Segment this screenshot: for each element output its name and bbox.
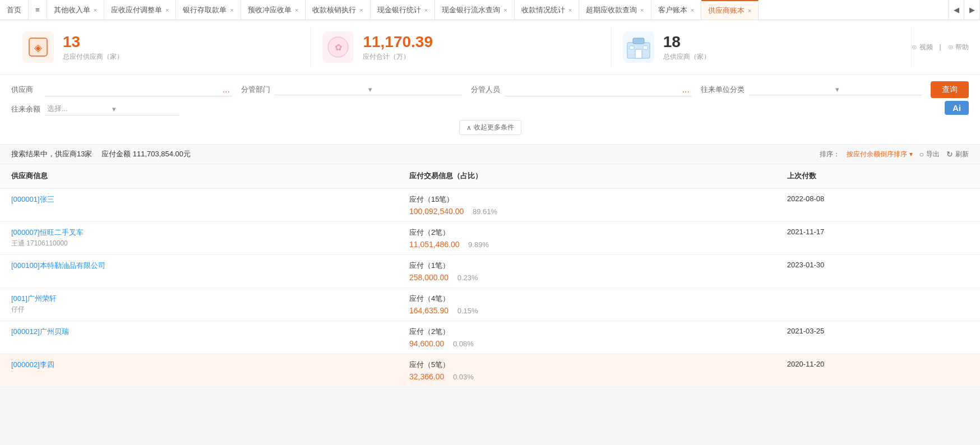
results-summary: 搜索结果中，供应商13家 应付金额 111,703,854.00元	[11, 149, 191, 159]
export-button[interactable]: ○ 导出	[919, 150, 940, 159]
collapse-button[interactable]: ∧ 收起更多条件	[459, 120, 521, 135]
ai-button[interactable]: Ai	[945, 101, 969, 115]
close-icon[interactable]: ×	[691, 7, 694, 13]
stat-info-total-suppliers: 18 总供应商（家）	[663, 33, 710, 62]
nav-tab-cash-flow[interactable]: 现金银行流水查询 ×	[435, 0, 514, 20]
payable-amount: 32,366.00	[409, 372, 444, 381]
payable-amount: 94,600.00	[409, 339, 444, 348]
payable-amount: 11,051,486.00	[409, 240, 460, 249]
stat-card-payable-suppliers: ◈ 13 总应付供应商（家）	[11, 27, 311, 67]
refresh-button[interactable]: ↻ 刷新	[946, 150, 969, 159]
payable-amount: 164,635.90	[409, 306, 449, 315]
balance-dropdown[interactable]: 选择... ▾	[45, 103, 179, 115]
nav-tab-collection-stats[interactable]: 收款情况统计 ×	[515, 0, 579, 20]
svg-text:◈: ◈	[34, 42, 42, 53]
dept-dropdown[interactable]: ▾	[275, 84, 462, 95]
nav-tab-supplier-account[interactable]: 供应商账本 ×	[701, 0, 759, 20]
payable-percent: 9.89%	[468, 240, 489, 249]
close-icon[interactable]: ×	[94, 7, 97, 13]
total-suppliers-icon	[623, 31, 654, 63]
help-links: ⊙ 视频 | ⊙ 帮助	[912, 43, 969, 52]
supplier-info-cell: [000001]张三	[0, 188, 398, 222]
person-input[interactable]	[507, 85, 682, 94]
nav-tab-customer-account[interactable]: 客户账本 ×	[651, 0, 701, 20]
payable-percent: 0.15%	[457, 307, 478, 315]
payable-suppliers-count: 13	[63, 33, 123, 52]
svg-rect-6	[635, 49, 642, 58]
stat-info-payable-total: 11,170.39 应付合计（万）	[363, 33, 433, 62]
refresh-icon: ↻	[946, 150, 953, 159]
scroll-left-arrow[interactable]: ◀	[949, 0, 964, 20]
nav-tab-menu[interactable]: ≡	[29, 0, 47, 20]
close-icon[interactable]: ×	[640, 7, 644, 13]
payable-total-icon: ✿	[322, 31, 354, 63]
stat-card-payable-total: ✿ 11,170.39 应付合计（万）	[311, 27, 611, 67]
help-video-link[interactable]: ⊙ 视频	[912, 43, 932, 52]
payable-amount: 258,000.00	[409, 273, 449, 282]
supplier-link[interactable]: [000100]本特勒油品有限公司	[11, 261, 105, 270]
payable-percent: 0.08%	[453, 340, 474, 348]
sort-dropdown[interactable]: 按应付余额倒序排序 ▾	[847, 150, 912, 159]
col-last-pay: 上次付数	[776, 164, 980, 188]
supplier-dots[interactable]: ...	[223, 85, 230, 95]
close-icon[interactable]: ×	[748, 7, 751, 14]
payable-count: 应付（2笔）	[409, 327, 765, 337]
supplier-link[interactable]: [000012]广州贝瑞	[11, 327, 69, 336]
search-button[interactable]: 查询	[931, 81, 969, 98]
payable-count: 应付（5笔）	[409, 360, 765, 370]
svg-rect-7	[630, 46, 634, 49]
supplier-link[interactable]: [000002]李四	[11, 360, 54, 369]
stats-bar: ◈ 13 总应付供应商（家） ✿ 11,170.39 应付合计（万）	[0, 20, 980, 75]
payable-info-cell: 应付（5笔） 32,366.00 0.03%	[398, 354, 776, 387]
nav-tab-overdue[interactable]: 超期应收款查询 ×	[579, 0, 651, 20]
table-row: [000007]恒旺二手叉车王通 17106110000应付（2笔） 11,05…	[0, 222, 980, 255]
results-info-text: 搜索结果中，供应商13家 应付金额 111,703,854.00元	[11, 150, 191, 158]
collapse-icon: ∧	[466, 124, 471, 132]
payable-count: 应付（2笔）	[409, 228, 765, 238]
nav-tab-prepay[interactable]: 预收冲应收单 ×	[241, 0, 306, 20]
col-payable-info: 应付交易信息（占比）	[398, 164, 776, 188]
table-row: [000002]李四应付（5笔） 32,366.00 0.03% 2020-11…	[0, 354, 980, 387]
filter-row-2: 往来余额 选择... ▾	[11, 103, 969, 115]
nav-tab-home[interactable]: 首页	[0, 0, 29, 20]
filter-supplier: 供应商 ...	[11, 84, 232, 96]
person-dots[interactable]: ...	[682, 85, 690, 95]
supplier-filter-label: 供应商	[11, 85, 40, 95]
close-icon[interactable]: ×	[230, 7, 233, 13]
results-actions: 排序： 按应付余额倒序排序 ▾ ○ 导出 ↻ 刷新	[820, 150, 969, 159]
close-icon[interactable]: ×	[503, 7, 507, 13]
close-icon[interactable]: ×	[424, 7, 428, 13]
supplier-link[interactable]: [001]广州荣轩	[11, 294, 57, 303]
filter-category: 往来单位分类 ▾	[701, 84, 922, 95]
nav-scroll-arrows: ◀ ▶	[948, 0, 980, 20]
close-icon[interactable]: ×	[295, 7, 298, 13]
sort-chevron-icon: ▾	[909, 150, 913, 158]
payable-info-cell: 应付（15笔） 100,092,540.00 89.61%	[398, 188, 776, 222]
close-icon[interactable]: ×	[359, 7, 363, 13]
nav-tab-ap-adjustment[interactable]: 应收应付调整单 ×	[104, 0, 176, 20]
category-dropdown[interactable]: ▾	[749, 84, 922, 95]
help-link[interactable]: ⊙ 帮助	[948, 43, 969, 52]
nav-tab-other-income[interactable]: 其他收入单 ×	[47, 0, 104, 20]
scroll-right-arrow[interactable]: ▶	[964, 0, 980, 20]
supplier-sub: 仔仔	[11, 305, 387, 314]
last-pay-date: 2021-03-25	[787, 327, 825, 335]
chevron-down-icon: ▾	[112, 105, 177, 113]
close-icon[interactable]: ×	[165, 7, 169, 13]
supplier-info-cell: [000007]恒旺二手叉车王通 17106110000	[0, 222, 398, 255]
person-input-wrapper: ...	[505, 84, 692, 96]
nav-tab-bank-deposit[interactable]: 银行存取款单 ×	[176, 0, 241, 20]
person-filter-label: 分管人员	[471, 85, 500, 95]
nav-tab-cash-bank-stats[interactable]: 现金银行统计 ×	[371, 0, 435, 20]
chevron-down-icon: ▾	[835, 85, 919, 94]
category-filter-label: 往来单位分类	[701, 85, 745, 95]
last-pay-cell: 2021-11-17	[776, 222, 980, 255]
payable-percent: 89.61%	[473, 207, 497, 216]
nav-tab-collection[interactable]: 收款核销执行 ×	[306, 0, 370, 20]
close-icon[interactable]: ×	[568, 7, 572, 13]
supplier-link[interactable]: [000001]张三	[11, 195, 54, 203]
last-pay-date: 2022-08-08	[787, 194, 825, 203]
supplier-link[interactable]: [000007]恒旺二手叉车	[11, 228, 84, 237]
supplier-info-cell: [000100]本特勒油品有限公司	[0, 255, 398, 288]
supplier-input[interactable]	[47, 85, 223, 94]
